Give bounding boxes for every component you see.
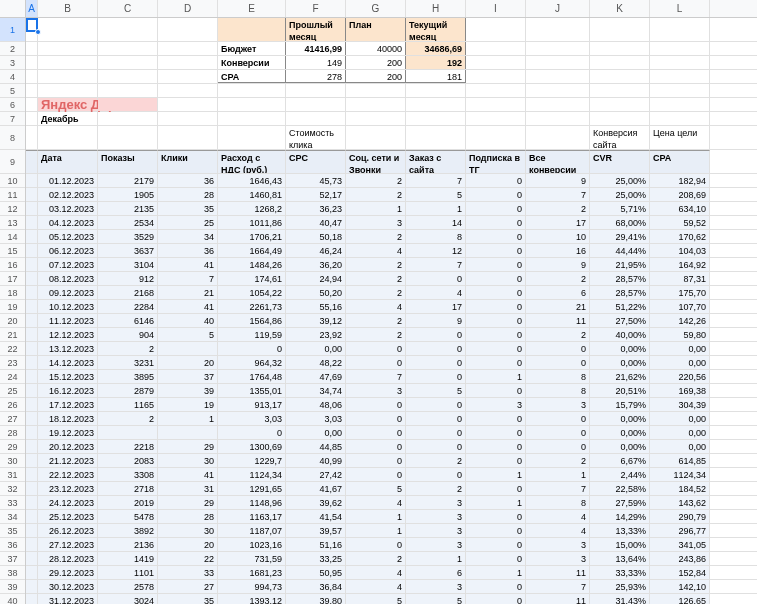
cell-cpc[interactable]: 50,20 xyxy=(286,286,346,299)
th-allconv[interactable]: Все конверсии xyxy=(526,150,590,173)
cell[interactable] xyxy=(26,510,38,523)
cell-orders[interactable]: 5 xyxy=(406,188,466,201)
cell-soc[interactable]: 0 xyxy=(346,468,406,481)
cell[interactable] xyxy=(38,56,98,69)
cell-orders[interactable]: 3 xyxy=(406,496,466,509)
cell[interactable] xyxy=(98,42,158,55)
cell[interactable] xyxy=(26,566,38,579)
cell-all[interactable]: 0 xyxy=(526,356,590,369)
cell[interactable] xyxy=(590,18,650,41)
row-header-27[interactable]: 27 xyxy=(0,412,25,426)
cell[interactable] xyxy=(466,84,526,97)
cell-clicks[interactable]: 30 xyxy=(158,454,218,467)
cell-tg[interactable]: 0 xyxy=(466,426,526,439)
cell-cpa[interactable]: 164,92 xyxy=(650,258,710,271)
row-header-9[interactable]: 9 xyxy=(0,150,25,174)
col-header-K[interactable]: K xyxy=(590,0,650,17)
cell-soc[interactable]: 1 xyxy=(346,524,406,537)
cell-orders[interactable]: 9 xyxy=(406,314,466,327)
cell-cvr[interactable]: 14,29% xyxy=(590,510,650,523)
cell-cpa[interactable]: 182,94 xyxy=(650,174,710,187)
cell-tg[interactable]: 0 xyxy=(466,510,526,523)
cell-impr[interactable]: 2718 xyxy=(98,482,158,495)
cell-spend[interactable]: 0 xyxy=(218,426,286,439)
cell-tg[interactable]: 0 xyxy=(466,552,526,565)
row-header-22[interactable]: 22 xyxy=(0,342,25,356)
cell-cpa[interactable]: 59,52 xyxy=(650,216,710,229)
cell-soc[interactable]: 0 xyxy=(346,398,406,411)
summary-curr-header[interactable]: Текущий месяц xyxy=(406,18,466,41)
cell-tg[interactable]: 0 xyxy=(466,594,526,604)
cell[interactable] xyxy=(526,56,590,69)
cell-spend[interactable]: 1163,17 xyxy=(218,510,286,523)
cell-tg[interactable]: 0 xyxy=(466,454,526,467)
cell-orders[interactable]: 5 xyxy=(406,594,466,604)
cell-tg[interactable]: 0 xyxy=(466,524,526,537)
cell-cvr[interactable]: 0,00% xyxy=(590,356,650,369)
cell-spend[interactable]: 1460,81 xyxy=(218,188,286,201)
cell-impr[interactable]: 1419 xyxy=(98,552,158,565)
cell-cpa[interactable]: 87,31 xyxy=(650,272,710,285)
cell-cvr[interactable]: 0,00% xyxy=(590,426,650,439)
cell[interactable] xyxy=(26,384,38,397)
cell-orders[interactable]: 8 xyxy=(406,230,466,243)
row-header-21[interactable]: 21 xyxy=(0,328,25,342)
cell-all[interactable]: 0 xyxy=(526,440,590,453)
th-orders[interactable]: Заказ с сайта xyxy=(406,150,466,173)
cell-date[interactable]: 08.12.2023 xyxy=(38,272,98,285)
cell-clicks[interactable]: 21 xyxy=(158,286,218,299)
cell-date[interactable]: 19.12.2023 xyxy=(38,426,98,439)
cell[interactable] xyxy=(590,42,650,55)
cell-orders[interactable]: 17 xyxy=(406,300,466,313)
col-header-I[interactable]: I xyxy=(466,0,526,17)
cell-cvr[interactable]: 13,64% xyxy=(590,552,650,565)
cell-clicks[interactable]: 7 xyxy=(158,272,218,285)
cell-date[interactable]: 27.12.2023 xyxy=(38,538,98,551)
cell-all[interactable]: 9 xyxy=(526,174,590,187)
cell-clicks[interactable]: 22 xyxy=(158,552,218,565)
cell-orders[interactable]: 4 xyxy=(406,286,466,299)
cell-soc[interactable]: 4 xyxy=(346,580,406,593)
cell-soc[interactable]: 0 xyxy=(346,454,406,467)
cell-clicks[interactable]: 41 xyxy=(158,300,218,313)
cell-all[interactable]: 4 xyxy=(526,510,590,523)
cell[interactable] xyxy=(158,70,218,83)
cell-orders[interactable]: 12 xyxy=(406,244,466,257)
cell-soc[interactable]: 2 xyxy=(346,174,406,187)
cell[interactable] xyxy=(26,174,38,187)
cell-impr[interactable]: 2083 xyxy=(98,454,158,467)
cell-soc[interactable]: 2 xyxy=(346,272,406,285)
cell-spend[interactable]: 1646,43 xyxy=(218,174,286,187)
cell[interactable] xyxy=(26,70,38,83)
cell-cpa[interactable]: 0,00 xyxy=(650,342,710,355)
row-header-1[interactable]: 1 xyxy=(0,18,25,42)
cell[interactable] xyxy=(26,426,38,439)
cell-cvr[interactable]: 20,51% xyxy=(590,384,650,397)
cell[interactable] xyxy=(26,468,38,481)
cell-cpa[interactable]: 304,39 xyxy=(650,398,710,411)
cell-clicks[interactable]: 29 xyxy=(158,496,218,509)
cell-clicks[interactable]: 28 xyxy=(158,188,218,201)
cell-all[interactable]: 11 xyxy=(526,594,590,604)
cell[interactable] xyxy=(218,18,286,41)
cell-spend[interactable]: 1187,07 xyxy=(218,524,286,537)
summary-cpa-curr[interactable]: 181 xyxy=(406,70,466,83)
cell-spend[interactable]: 1300,69 xyxy=(218,440,286,453)
cell-impr[interactable]: 3892 xyxy=(98,524,158,537)
summary-budget-label[interactable]: Бюджет xyxy=(218,42,286,55)
cell-tg[interactable]: 0 xyxy=(466,174,526,187)
cell-impr[interactable]: 3231 xyxy=(98,356,158,369)
cell-soc[interactable]: 3 xyxy=(346,384,406,397)
cell-tg[interactable]: 0 xyxy=(466,342,526,355)
col-header-L[interactable]: L xyxy=(650,0,710,17)
cell-cpc[interactable]: 48,06 xyxy=(286,398,346,411)
cell[interactable] xyxy=(26,258,38,271)
cell-soc[interactable]: 0 xyxy=(346,440,406,453)
cell[interactable] xyxy=(590,84,650,97)
cell-cpc[interactable]: 51,16 xyxy=(286,538,346,551)
cell-cpa[interactable]: 208,69 xyxy=(650,188,710,201)
cell-soc[interactable]: 2 xyxy=(346,552,406,565)
th-impressions[interactable]: Показы xyxy=(98,150,158,173)
summary-budget-plan[interactable]: 40000 xyxy=(346,42,406,55)
cell-soc[interactable]: 2 xyxy=(346,258,406,271)
